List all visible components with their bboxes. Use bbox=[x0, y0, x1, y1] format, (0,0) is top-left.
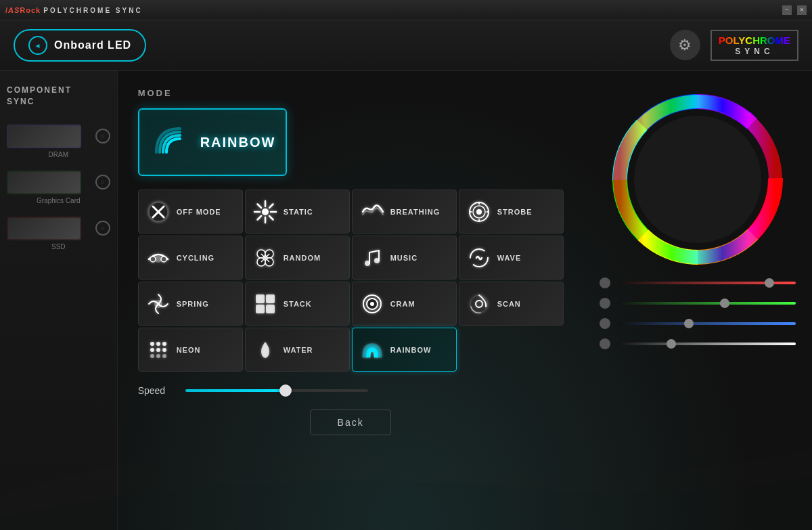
w-slider-track[interactable] bbox=[617, 343, 796, 345]
svg-rect-50 bbox=[256, 294, 265, 303]
settings-button[interactable]: ⚙ bbox=[670, 30, 700, 60]
dram-image bbox=[7, 125, 81, 148]
svg-rect-16 bbox=[35, 225, 49, 231]
svg-point-56 bbox=[370, 302, 374, 306]
mode-static[interactable]: STATIC bbox=[245, 190, 350, 234]
spring-icon bbox=[145, 291, 171, 317]
mode-scan[interactable]: SCAN bbox=[459, 282, 564, 326]
mode-cycling[interactable]: CYCLING bbox=[138, 236, 243, 280]
svg-point-9 bbox=[29, 177, 39, 187]
mode-stack[interactable]: STACK bbox=[245, 282, 350, 326]
minimize-button[interactable]: − bbox=[782, 5, 792, 15]
scan-icon bbox=[466, 291, 492, 317]
svg-rect-52 bbox=[256, 305, 265, 313]
back-button[interactable]: Back bbox=[310, 410, 391, 435]
mode-rainbow-active[interactable]: RAINBOW bbox=[352, 328, 457, 372]
strobe-label: STROBE bbox=[497, 208, 533, 216]
mode-wave[interactable]: WAVE bbox=[459, 236, 564, 280]
close-button[interactable]: × bbox=[797, 5, 807, 15]
svg-line-27 bbox=[269, 216, 273, 220]
neon-icon bbox=[145, 337, 171, 363]
svg-point-67 bbox=[162, 354, 166, 358]
water-icon bbox=[252, 337, 278, 363]
svg-rect-17 bbox=[58, 224, 70, 232]
water-label: WATER bbox=[284, 346, 313, 354]
sidebar-item-ssd[interactable]: ○ SSD bbox=[7, 217, 110, 250]
cram-label: CRAM bbox=[390, 300, 415, 308]
svg-point-63 bbox=[156, 348, 160, 352]
svg-rect-4 bbox=[38, 132, 46, 140]
random-icon bbox=[252, 245, 278, 271]
svg-line-29 bbox=[257, 216, 261, 220]
stack-label: STACK bbox=[284, 300, 312, 308]
app-subtitle: POLYCHROME SYNC bbox=[43, 7, 142, 14]
rainbow-active-label: RAINBOW bbox=[390, 346, 432, 354]
dram-sync-toggle[interactable]: ○ bbox=[95, 129, 110, 143]
svg-point-38 bbox=[150, 257, 156, 262]
mode-spring[interactable]: SPRING bbox=[138, 282, 243, 326]
app-container: Onboard LED ⚙ POLYCHROME SYNC COMPONENTS… bbox=[0, 20, 812, 530]
mode-random[interactable]: RANDOM bbox=[245, 236, 350, 280]
sidebar-item-gpu[interactable]: ○ Graphics Card bbox=[7, 171, 110, 204]
mode-neon[interactable]: NEON bbox=[138, 328, 243, 372]
r-slider-thumb[interactable] bbox=[765, 278, 774, 288]
header-right: ⚙ POLYCHROME SYNC bbox=[670, 30, 798, 61]
b-slider-track[interactable] bbox=[617, 322, 796, 325]
w-slider-row bbox=[600, 338, 796, 349]
svg-rect-8 bbox=[17, 176, 51, 188]
dram-label: DRAM bbox=[7, 151, 110, 158]
music-icon bbox=[359, 245, 385, 271]
svg-rect-6 bbox=[57, 132, 65, 140]
svg-point-76 bbox=[634, 116, 761, 243]
cycling-label: CYCLING bbox=[177, 254, 215, 262]
b-slider-icon bbox=[600, 318, 610, 329]
mode-music[interactable]: MUSIC bbox=[352, 236, 457, 280]
right-panel bbox=[584, 71, 812, 530]
svg-line-26 bbox=[257, 204, 261, 208]
title-bar-left: /ASRock POLYCHROME SYNC bbox=[5, 6, 143, 14]
rainbow-active-icon bbox=[359, 337, 385, 363]
svg-point-65 bbox=[150, 354, 154, 358]
mode-strobe[interactable]: STROBE bbox=[459, 190, 564, 234]
b-slider-thumb[interactable] bbox=[684, 319, 694, 328]
ssd-sync-toggle[interactable]: ○ bbox=[95, 221, 110, 236]
onboard-led-label: Onboard LED bbox=[54, 39, 131, 51]
content-area: COMPONENTSYNC ○ bbox=[0, 71, 812, 530]
svg-rect-2 bbox=[19, 132, 27, 140]
svg-rect-5 bbox=[47, 132, 55, 140]
speed-slider-track[interactable] bbox=[185, 389, 368, 392]
svg-rect-7 bbox=[15, 174, 73, 190]
onboard-led-button[interactable]: Onboard LED bbox=[14, 29, 146, 62]
color-wheel-container[interactable] bbox=[610, 91, 786, 267]
speed-label: Speed bbox=[138, 385, 175, 396]
gpu-sync-toggle[interactable]: ○ bbox=[95, 175, 110, 190]
mode-breathing[interactable]: BREATHING bbox=[352, 190, 457, 234]
music-label: MUSIC bbox=[390, 254, 418, 262]
rainbow-hero-card[interactable]: RAINBOW bbox=[138, 108, 287, 176]
g-slider-thumb[interactable] bbox=[720, 299, 729, 308]
w-slider-icon bbox=[600, 338, 610, 349]
static-icon bbox=[252, 199, 278, 225]
g-slider-track[interactable] bbox=[617, 302, 796, 305]
breathing-label: BREATHING bbox=[390, 208, 441, 216]
spring-label: SPRING bbox=[177, 300, 209, 308]
gpu-image bbox=[7, 171, 81, 194]
mode-off-mode[interactable]: OFF MODE bbox=[138, 190, 243, 234]
svg-rect-3 bbox=[28, 132, 37, 140]
ssd-image bbox=[7, 217, 81, 240]
sidebar-item-dram[interactable]: ○ DRAM bbox=[7, 125, 110, 158]
stack-icon bbox=[252, 291, 278, 317]
speed-slider-thumb[interactable] bbox=[279, 384, 292, 397]
mode-water[interactable]: WATER bbox=[245, 328, 350, 372]
mode-cram[interactable]: CRAM bbox=[352, 282, 457, 326]
off-mode-label: OFF MODE bbox=[177, 208, 221, 216]
svg-point-62 bbox=[150, 348, 154, 352]
rainbow-hero-label: RAINBOW bbox=[200, 135, 276, 150]
svg-point-60 bbox=[156, 342, 160, 346]
svg-rect-11 bbox=[54, 176, 69, 180]
r-slider-track[interactable] bbox=[617, 282, 796, 284]
cycling-icon bbox=[145, 245, 171, 271]
svg-point-66 bbox=[156, 354, 160, 358]
rgb-sliders bbox=[600, 278, 796, 359]
w-slider-thumb[interactable] bbox=[667, 339, 676, 349]
